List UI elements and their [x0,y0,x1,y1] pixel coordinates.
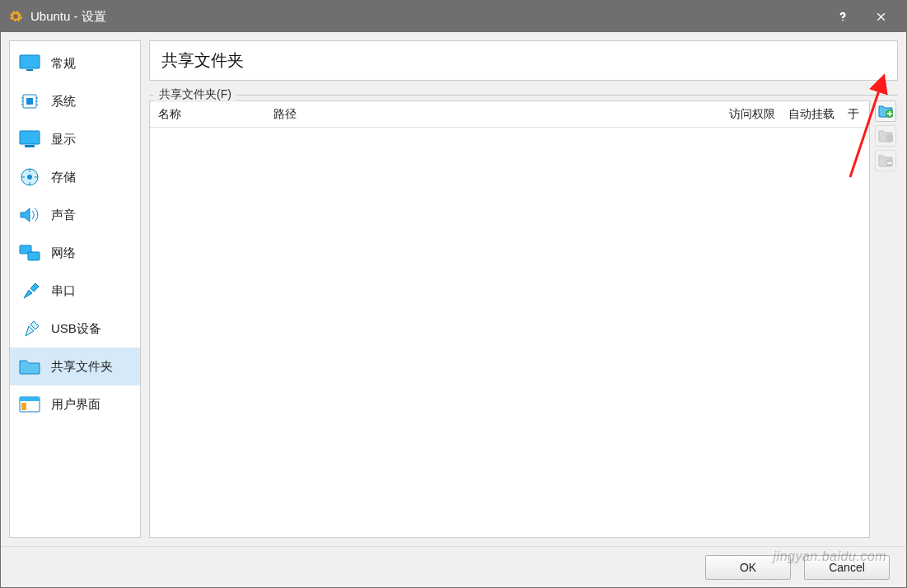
fieldset-divider [149,95,898,96]
sidebar-item-audio[interactable]: 声音 [10,196,140,234]
sidebar-item-display[interactable]: 显示 [10,120,140,158]
sidebar-item-general[interactable]: 常规 [10,44,140,82]
sidebar-item-label: 用户界面 [51,397,101,413]
col-auto[interactable]: 自动挂载 [780,107,839,122]
svg-rect-5 [25,145,35,147]
speaker-icon [18,205,41,225]
col-path[interactable]: 路径 [265,107,721,122]
svg-point-7 [27,175,32,180]
close-button[interactable] [862,1,900,32]
usb-icon [18,319,41,338]
sidebar-item-system[interactable]: 系统 [10,82,140,120]
network-icon [18,243,41,263]
main-panel: 共享文件夹 共享文件夹(F) 名称 路径 访问权限 自动挂载 于 [149,40,898,538]
ok-button[interactable]: OK [705,555,791,580]
svg-rect-0 [20,55,40,68]
dialog-footer: OK Cancel jingyan.baidu.com [1,546,906,587]
shared-folders-area: 名称 路径 访问权限 自动挂载 于 [149,100,898,538]
sidebar-item-label: 显示 [51,132,76,147]
sidebar-item-storage[interactable]: 存储 [10,158,140,196]
sidebar-item-label: 共享文件夹 [51,359,113,375]
shared-folders-table[interactable]: 名称 路径 访问权限 自动挂载 于 [149,100,870,538]
sidebar-item-user-interface[interactable]: 用户界面 [10,385,140,423]
display-icon [18,129,41,149]
sidebar-item-label: 网络 [51,245,76,261]
gear-icon [7,8,24,25]
ui-icon [18,394,41,414]
window-title: Ubuntu - 设置 [30,9,824,25]
sidebar-item-label: 声音 [51,208,76,223]
fieldset-label: 共享文件夹(F) [154,87,236,102]
sidebar-item-usb[interactable]: USB设备 [10,310,140,348]
table-header: 名称 路径 访问权限 自动挂载 于 [150,101,869,128]
sidebar-item-serial[interactable]: 串口 [10,272,140,310]
shared-folders-fieldset: 共享文件夹(F) 名称 路径 访问权限 自动挂载 于 [149,87,898,538]
folder-side-buttons [873,100,898,538]
sidebar-item-label: 系统 [51,94,76,110]
edit-folder-button [875,125,896,147]
sidebar-item-label: 串口 [51,283,76,299]
table-body[interactable] [150,128,869,537]
sidebar-item-label: 常规 [51,56,76,72]
sidebar-item-label: USB设备 [51,321,101,337]
svg-rect-11 [20,397,40,401]
col-at[interactable]: 于 [839,107,869,122]
svg-rect-1 [26,69,33,71]
chip-icon [18,91,41,111]
sidebar-item-shared-folders[interactable]: 共享文件夹 [10,348,140,385]
settings-window: Ubuntu - 设置 常规 系统 显示 存储 [0,0,907,588]
titlebar: Ubuntu - 设置 [1,1,906,32]
col-access[interactable]: 访问权限 [721,107,780,122]
sidebar-item-label: 存储 [51,170,76,185]
add-folder-button[interactable] [875,100,896,122]
settings-sidebar: 常规 系统 显示 存储 声音 网络 [9,40,141,538]
col-name[interactable]: 名称 [150,107,265,122]
serial-icon [18,281,41,301]
folder-icon [18,357,41,376]
disk-icon [18,167,41,187]
window-body: 常规 系统 显示 存储 声音 网络 [1,32,906,546]
help-button[interactable] [824,1,862,32]
cancel-button[interactable]: Cancel [804,555,890,580]
svg-rect-12 [21,403,26,410]
svg-rect-4 [20,131,40,144]
monitor-icon [18,54,41,73]
remove-folder-button [875,150,896,171]
svg-rect-3 [26,98,33,105]
sidebar-item-network[interactable]: 网络 [10,234,140,272]
page-title: 共享文件夹 [149,40,898,81]
svg-rect-9 [28,252,40,260]
